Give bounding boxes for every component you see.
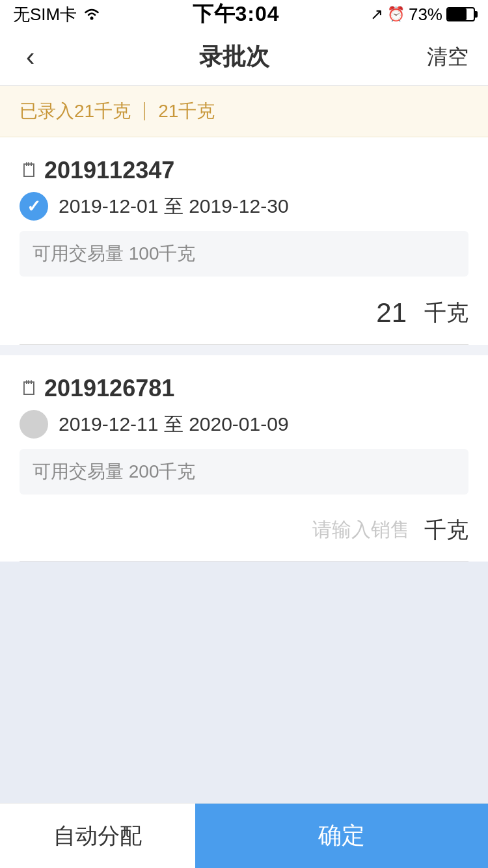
radio-unselected[interactable] (20, 410, 48, 439)
document-icon: 🗒 (20, 159, 39, 182)
battery-icon (446, 7, 475, 21)
status-bar: 无SIM卡 下午3:04 ↗ ⏰ 73% (0, 0, 488, 29)
location-icon: ↗ (370, 5, 383, 23)
info-bar: 已录入21千克 21千克 (0, 86, 488, 137)
confirm-button[interactable]: 确定 (195, 804, 488, 868)
check-icon: ✓ (27, 197, 41, 217)
clear-button[interactable]: 清空 (427, 43, 468, 72)
alarm-icon: ⏰ (387, 6, 405, 23)
status-right: ↗ ⏰ 73% (370, 5, 475, 25)
nav-bar: ‹ 录批次 清空 (0, 29, 488, 86)
batch-header: 🗒 2019112347 (20, 157, 468, 184)
batch-id: 2019112347 (44, 157, 174, 184)
total-amount: 21千克 (158, 99, 215, 124)
batch-date-row[interactable]: 2019-12-11 至 2020-01-09 (20, 410, 468, 439)
batch-date-row[interactable]: ✓ 2019-12-01 至 2019-12-30 (20, 192, 468, 221)
quantity-input[interactable] (312, 297, 416, 329)
auto-distribute-button[interactable]: 自动分配 (0, 804, 195, 868)
page-title: 录批次 (199, 41, 269, 73)
battery-percent: 73% (409, 5, 442, 25)
separator (0, 345, 488, 355)
back-button[interactable]: ‹ (20, 36, 41, 78)
status-time: 下午3:04 (193, 0, 280, 29)
wifi-icon (82, 7, 102, 21)
batch-date-range: 2019-12-11 至 2020-01-09 (59, 411, 289, 438)
svg-point-0 (90, 17, 94, 20)
unit-label: 千克 (424, 298, 468, 328)
info-divider (144, 102, 145, 120)
document-icon: 🗒 (20, 377, 39, 400)
batch-item: 🗒 2019126781 2019-12-11 至 2020-01-09 可用交… (0, 355, 488, 562)
quantity-input[interactable] (312, 520, 416, 541)
recorded-amount: 已录入21千克 (20, 99, 131, 124)
unit-label: 千克 (424, 515, 468, 545)
batch-date-range: 2019-12-01 至 2019-12-30 (59, 193, 289, 220)
empty-space (0, 562, 488, 822)
batch-item: 🗒 2019112347 ✓ 2019-12-01 至 2019-12-30 可… (0, 137, 488, 345)
no-sim-label: 无SIM卡 (13, 3, 77, 26)
radio-selected[interactable]: ✓ (20, 192, 48, 221)
batch-header: 🗒 2019126781 (20, 375, 468, 402)
status-left: 无SIM卡 (13, 3, 102, 26)
batch-id: 2019126781 (44, 375, 174, 402)
quantity-input-row: 千克 (20, 287, 468, 345)
quantity-input-row: 千克 (20, 505, 468, 562)
batch-list: 🗒 2019112347 ✓ 2019-12-01 至 2019-12-30 可… (0, 137, 488, 562)
batch-available-qty: 可用交易量 200千克 (20, 449, 468, 495)
batch-available-qty: 可用交易量 100千克 (20, 231, 468, 277)
bottom-bar: 自动分配 确定 (0, 803, 488, 868)
